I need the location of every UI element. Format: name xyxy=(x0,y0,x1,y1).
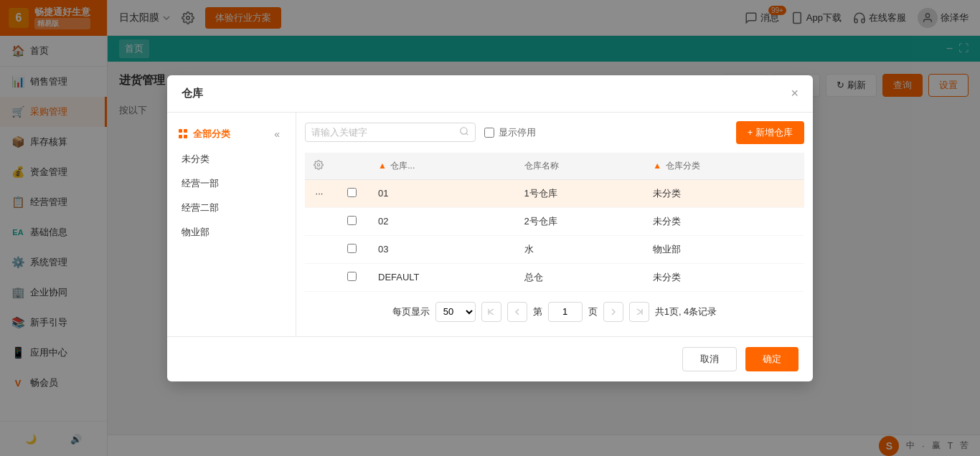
warehouse-table-container: ▲ 仓库... 仓库名称 ▲ 仓库分类 xyxy=(305,153,804,292)
table-toolbar: 显示停用 + 新增仓库 xyxy=(305,121,804,144)
table-header: ▲ 仓库... 仓库名称 ▲ 仓库分类 xyxy=(305,153,804,180)
last-page-button[interactable] xyxy=(629,302,649,322)
row-category-1: 未分类 xyxy=(644,179,804,207)
row-name-3: 水 xyxy=(516,235,645,263)
row-actions-2 xyxy=(305,207,334,235)
row-num-1 xyxy=(334,179,369,207)
modal-footer: 取消 确定 xyxy=(167,336,813,381)
modal-overlay: 仓库 × 全部分类 « 未分类 xyxy=(0,0,980,456)
row-num-2 xyxy=(334,207,369,235)
category-property[interactable]: 物业部 xyxy=(167,220,296,244)
row-checkbox-4[interactable] xyxy=(347,272,357,281)
row-actions-4 xyxy=(305,263,334,291)
category-ops2[interactable]: 经营二部 xyxy=(167,196,296,220)
col-gear xyxy=(305,153,334,180)
col-code: ▲ 仓库... xyxy=(369,153,516,180)
svg-point-5 xyxy=(317,163,320,166)
row-actions-1: ··· xyxy=(305,179,334,207)
col-category: ▲ 仓库分类 xyxy=(644,153,804,180)
row-code-2: 02 xyxy=(369,207,516,235)
table-row[interactable]: ··· 01 1号仓库 未分类 xyxy=(305,179,804,207)
modal-close-button[interactable]: × xyxy=(791,87,798,100)
table-row[interactable]: 03 水 物业部 xyxy=(305,235,804,263)
show-disabled-option: 显示停用 xyxy=(484,126,536,139)
row-num-3 xyxy=(334,235,369,263)
row-code-4: DEFAULT xyxy=(369,263,516,291)
confirm-button[interactable]: 确定 xyxy=(745,347,798,371)
row-name-4: 总仓 xyxy=(516,263,645,291)
category-header: 全部分类 « xyxy=(167,121,296,147)
per-page-select[interactable]: 50 10 20 100 xyxy=(435,302,476,322)
search-input[interactable] xyxy=(311,127,455,138)
per-page-label: 每页显示 xyxy=(392,305,430,318)
cancel-button[interactable]: 取消 xyxy=(682,347,737,371)
row-category-3: 物业部 xyxy=(644,235,804,263)
show-disabled-label: 显示停用 xyxy=(499,126,536,139)
row-checkbox-2[interactable] xyxy=(347,216,357,225)
category-all[interactable]: 全部分类 xyxy=(179,128,230,141)
table-area: 显示停用 + 新增仓库 xyxy=(296,113,813,336)
row-num-4 xyxy=(334,263,369,291)
page-input[interactable] xyxy=(548,302,583,322)
category-tree: 全部分类 « 未分类 经营一部 经营二部 物业部 xyxy=(167,113,296,336)
warehouse-table: ▲ 仓库... 仓库名称 ▲ 仓库分类 xyxy=(305,153,804,292)
show-disabled-checkbox[interactable] xyxy=(484,128,494,138)
modal-header: 仓库 × xyxy=(167,75,813,113)
row-name-1: 1号仓库 xyxy=(516,179,645,207)
row-code-3: 03 xyxy=(369,235,516,263)
row-checkbox-3[interactable] xyxy=(347,244,357,253)
prev-page-button[interactable] xyxy=(507,302,527,322)
add-warehouse-button[interactable]: + 新增仓库 xyxy=(736,121,804,144)
table-row[interactable]: DEFAULT 总仓 未分类 xyxy=(305,263,804,291)
collapse-button[interactable]: « xyxy=(270,127,284,141)
first-page-button[interactable] xyxy=(481,302,501,322)
col-name: 仓库名称 xyxy=(516,153,645,180)
category-ops1[interactable]: 经营一部 xyxy=(167,171,296,196)
row-name-2: 2号仓库 xyxy=(516,207,645,235)
table-row[interactable]: 02 2号仓库 未分类 xyxy=(305,207,804,235)
grid-icon xyxy=(179,129,189,139)
row-category-2: 未分类 xyxy=(644,207,804,235)
row-category-4: 未分类 xyxy=(644,263,804,291)
col-select xyxy=(334,153,369,180)
search-box xyxy=(305,123,476,142)
page-label: 第 xyxy=(533,305,542,318)
page-end-label: 页 xyxy=(588,305,598,318)
total-label: 共1页, 4条记录 xyxy=(655,305,717,318)
pagination: 每页显示 50 10 20 100 第 页 xyxy=(305,292,804,328)
table-body: ··· 01 1号仓库 未分类 xyxy=(305,179,804,291)
modal-title: 仓库 xyxy=(182,87,203,100)
warehouse-modal: 仓库 × 全部分类 « 未分类 xyxy=(167,75,813,381)
category-unclassified[interactable]: 未分类 xyxy=(167,147,296,171)
row-code-1: 01 xyxy=(369,179,516,207)
search-icon[interactable] xyxy=(459,126,469,138)
row-actions-3 xyxy=(305,235,334,263)
svg-point-4 xyxy=(461,128,467,134)
next-page-button[interactable] xyxy=(603,302,623,322)
row-checkbox-1[interactable] xyxy=(347,188,357,197)
modal-body: 全部分类 « 未分类 经营一部 经营二部 物业部 xyxy=(167,113,813,336)
